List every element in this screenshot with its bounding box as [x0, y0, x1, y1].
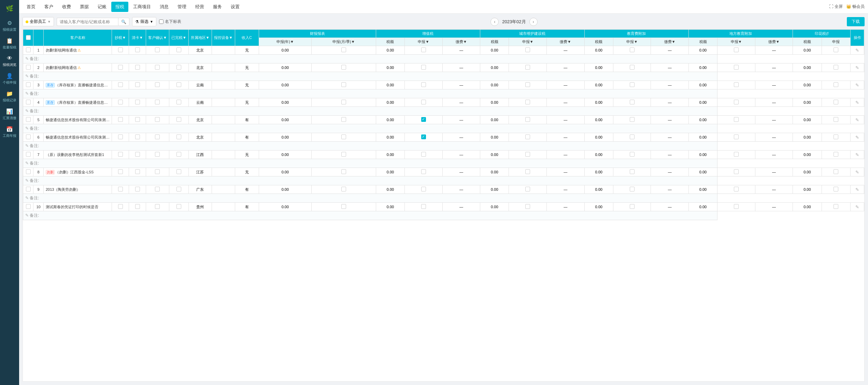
kehu-confirm-cell[interactable] [146, 133, 169, 142]
city-tax-declare-cell[interactable] [509, 63, 547, 72]
qingka-checkbox[interactable] [135, 100, 140, 104]
nav-service[interactable]: 服务 [209, 2, 226, 12]
employee-filter[interactable]: 全部员工 ▼ [23, 17, 54, 26]
sidebar-item-personal-tax[interactable]: 👤 个税申报 [0, 70, 19, 88]
yiwanshui-checkbox[interactable] [176, 117, 181, 122]
vat-declare-checkbox[interactable] [421, 82, 426, 87]
row-checkbox-cell[interactable] [23, 81, 33, 89]
kehu-confirm-cell[interactable] [146, 63, 169, 72]
city-tax-declare-cell[interactable] [509, 151, 547, 159]
kehu-confirm-checkbox[interactable] [155, 187, 160, 191]
company-name[interactable]: 勿删!新锐网络通信⚠ [44, 46, 112, 55]
edit-icon[interactable]: ✎ [855, 204, 859, 210]
vat-declare-checkbox[interactable] [421, 187, 426, 191]
yiwanshui-cell[interactable] [169, 46, 188, 55]
next-page-btn[interactable]: › [529, 18, 538, 26]
nav-operation[interactable]: 经营 [191, 2, 208, 12]
vat-declare-cell[interactable] [405, 185, 443, 194]
row-checkbox[interactable] [26, 204, 31, 209]
chaoshui-checkbox[interactable] [118, 134, 123, 139]
note-edit-icon[interactable]: ✎ [25, 109, 29, 113]
edit-icon[interactable]: ✎ [855, 48, 859, 53]
ops-cell[interactable]: ✎ [851, 46, 864, 55]
local-edu-declare-cell[interactable] [717, 116, 755, 124]
kehu-confirm-checkbox[interactable] [155, 117, 160, 122]
prev-page-btn[interactable]: ‹ [490, 18, 499, 26]
city-tax-declare-cell[interactable] [509, 46, 547, 55]
company-name[interactable]: 畅捷通信息技术股份有限公司民珠测试⚠ [44, 116, 112, 124]
row-checkbox[interactable] [26, 47, 31, 52]
local-edu-declare-cell[interactable] [717, 98, 755, 107]
local-edu-declare-cell[interactable] [717, 81, 755, 89]
stamp-tax-declare-cell[interactable] [822, 116, 850, 124]
row-checkbox[interactable] [26, 65, 31, 70]
edit-icon[interactable]: ✎ [855, 100, 859, 105]
stamp-tax-declare-cell[interactable] [822, 185, 850, 194]
vat-declare-checkbox[interactable] [421, 169, 426, 174]
note-edit-icon[interactable]: ✎ [25, 91, 29, 96]
note-edit-icon[interactable]: ✎ [25, 196, 29, 200]
note-edit-icon[interactable]: ✎ [25, 126, 29, 131]
chaoshui-cell[interactable] [112, 133, 129, 142]
qingka-checkbox[interactable] [135, 187, 140, 191]
stamp-tax-declare-cell[interactable] [822, 46, 850, 55]
chaoshui-cell[interactable] [112, 116, 129, 124]
nav-home[interactable]: 首页 [23, 2, 40, 12]
chaoshui-checkbox[interactable] [118, 82, 123, 87]
row-checkbox[interactable] [26, 134, 31, 139]
qingka-checkbox[interactable] [135, 82, 140, 87]
yiwanshui-cell[interactable] [169, 133, 188, 142]
yiwanshui-cell[interactable] [169, 168, 188, 176]
note-edit-icon[interactable]: ✎ [25, 213, 29, 218]
finance-month-cell[interactable] [312, 203, 376, 211]
finance-month-cell[interactable] [312, 133, 376, 142]
company-name[interactable]: 库存（库存核算）直播畅捷通信息技术股份有限...⚠ [44, 98, 112, 107]
nav-message[interactable]: 消息 [156, 2, 173, 12]
local-edu-declare-cell[interactable] [717, 185, 755, 194]
vat-declare-checkbox[interactable] [421, 134, 426, 139]
finance-month-cell[interactable] [312, 168, 376, 176]
row-checkbox-cell[interactable] [23, 116, 33, 124]
nav-invoice[interactable]: 票据 [76, 2, 93, 12]
ops-cell[interactable]: ✎ [851, 168, 864, 176]
chaoshui-cell[interactable] [112, 168, 129, 176]
nav-management[interactable]: 管理 [173, 2, 190, 12]
city-tax-declare-cell[interactable] [509, 185, 547, 194]
sidebar-item-batch-tax[interactable]: 📋 批量报税 [0, 35, 19, 53]
row-checkbox-cell[interactable] [23, 168, 33, 176]
yiwanshui-checkbox[interactable] [176, 187, 181, 191]
edu-surcharge-declare-cell[interactable] [613, 203, 651, 211]
chaoshui-checkbox[interactable] [118, 187, 123, 191]
edu-surcharge-declare-cell[interactable] [613, 116, 651, 124]
company-name[interactable]: 库存（库存核算）直播畅捷通信息技术股份有限...⚠ [44, 81, 112, 89]
yiwanshui-checkbox[interactable] [176, 82, 181, 87]
vat-declare-checkbox[interactable] [421, 117, 426, 122]
vat-declare-cell[interactable] [405, 116, 443, 124]
kehu-confirm-checkbox[interactable] [155, 82, 160, 87]
edu-surcharge-declare-cell[interactable] [613, 98, 651, 107]
row-checkbox-cell[interactable] [23, 203, 33, 211]
finance-month-checkbox[interactable] [341, 152, 346, 157]
row-checkbox[interactable] [26, 100, 31, 104]
row-checkbox-cell[interactable] [23, 185, 33, 194]
finance-month-cell[interactable] [312, 63, 376, 72]
yiwanshui-checkbox[interactable] [176, 134, 181, 139]
name-checkbox[interactable] [159, 19, 163, 24]
qingka-cell[interactable] [129, 63, 146, 72]
nav-tax[interactable]: 报税 [111, 2, 128, 12]
stamp-tax-declare-cell[interactable] [822, 168, 850, 176]
row-checkbox-cell[interactable] [23, 133, 33, 142]
vat-declare-checkbox[interactable] [421, 47, 426, 52]
edit-icon[interactable]: ✎ [855, 83, 859, 88]
stamp-tax-declare-cell[interactable] [822, 98, 850, 107]
company-name[interactable]: 勿删!新锐网络通信⚠ [44, 63, 112, 72]
chaoshui-cell[interactable] [112, 46, 129, 55]
chaoshui-checkbox[interactable] [118, 169, 123, 174]
vat-declare-cell[interactable] [405, 203, 443, 211]
qingka-checkbox[interactable] [135, 47, 140, 52]
row-checkbox[interactable] [26, 169, 31, 174]
kehu-confirm-checkbox[interactable] [155, 100, 160, 104]
yiwanshui-cell[interactable] [169, 151, 188, 159]
local-edu-declare-cell[interactable] [717, 133, 755, 142]
edu-surcharge-declare-cell[interactable] [613, 133, 651, 142]
